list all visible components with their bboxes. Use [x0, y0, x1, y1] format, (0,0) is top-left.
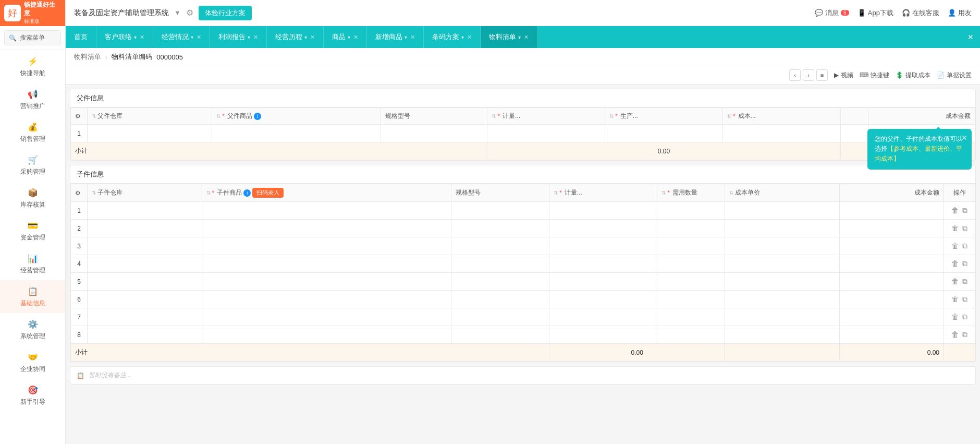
child-unit-cell[interactable]: [549, 237, 657, 255]
sidebar-item-operations[interactable]: 📊 经营管理: [0, 247, 65, 280]
child-warehouse-cell[interactable]: [88, 220, 202, 237]
child-spec-cell[interactable]: [451, 237, 549, 255]
child-qty-cell[interactable]: [657, 202, 725, 220]
tab-customer[interactable]: 客户联络 ▾ ✕: [96, 26, 153, 48]
child-unit-cell[interactable]: [549, 273, 657, 291]
parent-goods-info-icon[interactable]: i: [254, 113, 261, 120]
child-spec-cell[interactable]: [451, 326, 549, 344]
parent-goods-cell[interactable]: [212, 125, 381, 142]
child-goods-info-icon[interactable]: i: [243, 189, 251, 197]
settings-icon[interactable]: ⚙: [186, 8, 193, 18]
child-unit-cell[interactable]: [549, 220, 657, 237]
child-goods-cell[interactable]: [202, 308, 451, 326]
tab-new-goods[interactable]: 新增商品 ▾ ✕: [367, 26, 424, 48]
dropdown-arrow-icon[interactable]: ▼: [174, 9, 181, 17]
view-video-btn[interactable]: ▶ 视频: [834, 71, 853, 80]
child-qty-cell[interactable]: [657, 326, 725, 344]
delete-row-btn[interactable]: 🗑: [950, 276, 960, 286]
tab-close-icon[interactable]: ✕: [467, 34, 472, 41]
child-warehouse-cell[interactable]: [88, 273, 202, 291]
copy-row-btn[interactable]: ⧉: [961, 205, 969, 216]
tab-close-icon[interactable]: ✕: [140, 34, 144, 41]
tab-bom[interactable]: 物料清单 ▾ ✕: [481, 26, 537, 48]
child-unit-price-cell[interactable]: [725, 220, 840, 237]
copy-row-btn[interactable]: ⧉: [961, 276, 969, 287]
child-spec-cell[interactable]: [451, 255, 549, 273]
sidebar-item-enterprise[interactable]: 🤝 企业协同: [0, 346, 65, 379]
child-warehouse-cell[interactable]: [88, 255, 202, 273]
delete-row-btn[interactable]: 🗑: [950, 329, 960, 340]
child-qty-cell[interactable]: [657, 308, 725, 326]
shortcut-btn[interactable]: ⌨ 快捷键: [860, 71, 889, 80]
delete-row-btn[interactable]: 🗑: [950, 311, 960, 322]
child-unit-cell[interactable]: [549, 326, 657, 344]
tab-profit[interactable]: 利润报告 ▾ ✕: [210, 26, 267, 48]
child-goods-cell[interactable]: [202, 202, 451, 220]
close-all-tabs-btn[interactable]: ✕: [961, 26, 980, 48]
child-goods-cell[interactable]: [202, 220, 451, 237]
copy-row-btn[interactable]: ⧉: [961, 258, 969, 269]
sidebar-search[interactable]: 🔍 搜索菜单: [0, 26, 65, 50]
sidebar-item-marketing[interactable]: 📢 营销推广: [0, 83, 65, 116]
breadcrumb-bom-list[interactable]: 物料清单: [74, 52, 101, 62]
parent-spec-cell[interactable]: [381, 125, 487, 142]
child-spec-cell[interactable]: [451, 220, 549, 237]
parent-production-cell[interactable]: [605, 125, 723, 142]
sidebar-item-inventory[interactable]: 📦 库存核算: [0, 182, 65, 214]
child-unit-cell[interactable]: [549, 202, 657, 220]
extract-cost-btn[interactable]: 💲 提取成本: [896, 71, 930, 80]
sidebar-item-system[interactable]: ⚙️ 系统管理: [0, 313, 65, 346]
child-unit-price-cell[interactable]: [725, 273, 840, 291]
tab-home[interactable]: 首页: [66, 26, 96, 48]
child-warehouse-cell[interactable]: [88, 202, 202, 220]
sidebar-item-purchase[interactable]: 🛒 采购管理: [0, 149, 65, 182]
sidebar-item-guide[interactable]: 🎯 新手引导: [0, 379, 65, 412]
delete-row-btn[interactable]: 🗑: [950, 294, 960, 304]
delete-row-btn[interactable]: 🗑: [950, 223, 960, 233]
copy-row-btn[interactable]: ⧉: [961, 329, 969, 340]
tab-close-icon[interactable]: ✕: [197, 34, 201, 41]
sidebar-item-sales[interactable]: 💰 销售管理: [0, 116, 65, 149]
child-col-settings[interactable]: ⚙: [71, 184, 88, 202]
sidebar-item-quick-nav[interactable]: ⚡ 快捷导航: [0, 50, 65, 83]
tab-close-icon[interactable]: ✕: [524, 34, 529, 41]
child-unit-price-cell[interactable]: [725, 326, 840, 344]
parent-unit-cell[interactable]: [487, 125, 605, 142]
sidebar-item-basic-info[interactable]: 📋 基础信息: [0, 280, 65, 313]
sidebar-item-finance[interactable]: 💳 资金管理: [0, 214, 65, 247]
child-spec-cell[interactable]: [451, 202, 549, 220]
tooltip-close-btn[interactable]: ✕: [961, 132, 967, 143]
child-spec-cell[interactable]: [451, 291, 549, 308]
child-unit-price-cell[interactable]: [725, 237, 840, 255]
user-btn[interactable]: 👤 用友: [948, 8, 972, 18]
prev-page-btn[interactable]: ‹: [789, 69, 801, 81]
child-unit-price-cell[interactable]: [725, 202, 840, 220]
tab-close-icon[interactable]: ✕: [253, 34, 258, 41]
child-warehouse-cell[interactable]: [88, 291, 202, 308]
copy-row-btn[interactable]: ⧉: [961, 241, 969, 251]
copy-row-btn[interactable]: ⧉: [961, 311, 969, 322]
child-qty-cell[interactable]: [657, 255, 725, 273]
message-btn[interactable]: 💬 消息 6: [815, 8, 849, 18]
online-service-btn[interactable]: 🎧 在线客服: [902, 8, 939, 18]
tab-close-icon[interactable]: ✕: [353, 34, 358, 41]
app-download-btn[interactable]: 📱 App下载: [858, 8, 893, 18]
list-view-btn[interactable]: ≡: [816, 69, 828, 81]
child-qty-cell[interactable]: [657, 237, 725, 255]
delete-row-btn[interactable]: 🗑: [950, 258, 960, 269]
next-page-btn[interactable]: ›: [803, 69, 814, 81]
child-spec-cell[interactable]: [451, 308, 549, 326]
tab-operations[interactable]: 经营情况 ▾ ✕: [153, 26, 210, 48]
child-goods-cell[interactable]: [202, 237, 451, 255]
child-warehouse-cell[interactable]: [88, 237, 202, 255]
child-unit-cell[interactable]: [549, 308, 657, 326]
child-goods-cell[interactable]: [202, 255, 451, 273]
child-qty-cell[interactable]: [657, 273, 725, 291]
child-warehouse-cell[interactable]: [88, 326, 202, 344]
child-goods-cell[interactable]: [202, 291, 451, 308]
parent-cost-cell[interactable]: [722, 125, 840, 142]
child-unit-cell[interactable]: [549, 291, 657, 308]
child-warehouse-cell[interactable]: [88, 308, 202, 326]
tab-goods[interactable]: 商品 ▾ ✕: [324, 26, 367, 48]
delete-row-btn[interactable]: 🗑: [950, 205, 960, 215]
